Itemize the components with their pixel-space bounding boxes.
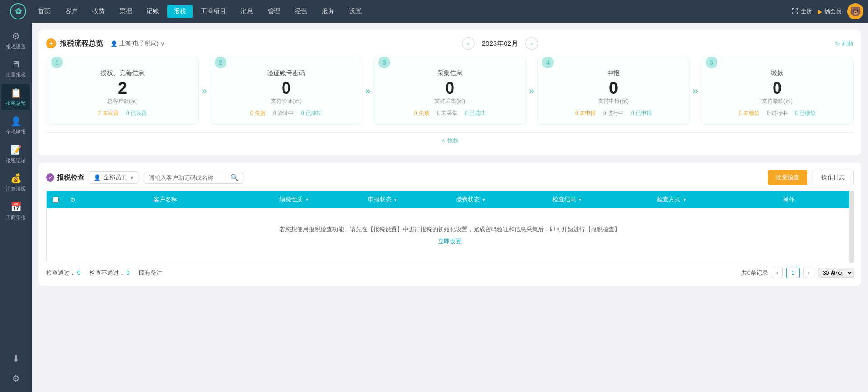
search-box: 🔍 [144, 172, 243, 184]
stat-ok-4[interactable]: 0 已申报 [631, 110, 652, 117]
staff-icon: 👤 [94, 174, 101, 181]
sidebar-item-batch-tax[interactable]: 🖥 批量报税 [1, 56, 30, 82]
th-check-result[interactable]: 检查结果 ▼ [515, 191, 620, 208]
step-stats-1: 2 未完善 0 已完善 [98, 110, 147, 117]
sidebar-label-personal-tax: 个税申报 [6, 129, 26, 135]
sidebar-item-tax-settings[interactable]: ⚙ 报税设置 [1, 27, 30, 54]
search-input[interactable] [144, 172, 226, 183]
user-avatar[interactable]: 🐻 [847, 3, 863, 19]
prev-page-button[interactable]: ‹ [772, 268, 783, 278]
th-checkbox [47, 191, 65, 208]
next-page-button[interactable]: › [803, 268, 814, 278]
footer-stats: 检查通过： 0 检查不通过： 0 囧有备注 [46, 269, 162, 277]
pass-link[interactable]: 0 [77, 269, 80, 276]
staff-dropdown-icon: ∨ [130, 174, 134, 181]
stat-fail-2[interactable]: 0 失败 [250, 110, 266, 117]
stat-mid-5: 0 进行中 [767, 110, 788, 117]
refresh-icon: ↻ [835, 40, 840, 47]
nav-bookkeeping[interactable]: 记账 [140, 5, 165, 18]
sidebar-settings[interactable]: ⚙ [1, 369, 30, 387]
svg-rect-3 [797, 8, 798, 10]
stat-ok-5[interactable]: 0 已缴款 [795, 110, 816, 117]
member-button[interactable]: ▶ 畅会员 [818, 7, 842, 15]
location-selector[interactable]: 👤 上海(电子税局) ∨ [110, 39, 165, 48]
sidebar-item-personal-tax[interactable]: 👤 个税申报 [1, 112, 30, 139]
stat-ok-2[interactable]: 0 已成功 [301, 110, 322, 117]
search-button[interactable]: 🔍 [226, 174, 243, 181]
refresh-button[interactable]: ↻ 刷新 [835, 39, 854, 48]
sidebar-item-settlement[interactable]: 💰 汇算清缴 [1, 169, 30, 196]
svg-rect-5 [792, 12, 793, 14]
plus-icon: + [46, 38, 56, 48]
pass-count: 检查通过： 0 [46, 269, 80, 277]
stat-mid-4: 0 进行中 [603, 110, 624, 117]
sidebar-download[interactable]: ⬇ [1, 349, 30, 368]
app-logo: ✿ [5, 3, 32, 19]
stat-fail-5[interactable]: 0 未缴款 [739, 110, 760, 117]
member-label: 畅会员 [824, 7, 842, 15]
step-number-4: 4 [542, 57, 554, 68]
th-gear[interactable]: ⚙ [65, 191, 81, 208]
step-count-2: 0 [282, 80, 291, 96]
download-icon: ⬇ [12, 353, 20, 364]
svg-rect-1 [792, 8, 793, 10]
per-page-select[interactable]: 30 条/页 [818, 268, 854, 278]
flow-step-2: 2 验证账号密码 0 支持验证(家) 0 失败 0 验证中 0 已成功 [210, 57, 363, 125]
sidebar-item-tax-overview[interactable]: 📋 报税总览 [1, 84, 30, 110]
prev-month-button[interactable]: ‹ [462, 37, 475, 50]
nav-invoice[interactable]: 票据 [113, 5, 138, 18]
current-page: 1 [786, 268, 800, 278]
staff-selector[interactable]: 👤 全部员工 ∨ [90, 171, 138, 184]
batch-check-button[interactable]: 批量检查 [768, 170, 807, 185]
step-number-2: 2 [215, 57, 226, 68]
annual-report-icon: 📅 [10, 201, 22, 212]
stat-fail-4[interactable]: 0 未申报 [575, 110, 596, 117]
th-check-method[interactable]: 检查方式 ▼ [620, 191, 724, 208]
sidebar-item-tax-records[interactable]: 📝 报税记录 [1, 141, 30, 167]
sidebar-label-tax-overview: 报税总览 [6, 100, 26, 107]
nav-customer[interactable]: 客户 [59, 5, 84, 18]
step-number-3: 3 [378, 57, 390, 68]
sidebar-item-annual-report[interactable]: 📅 工商年报 [1, 198, 30, 225]
step-stats-3: 0 失败 0 未采集 0 已成功 [414, 110, 486, 117]
nav-service[interactable]: 服务 [316, 5, 341, 18]
nav-fee[interactable]: 收费 [86, 5, 111, 18]
collapse-button[interactable]: ∧ 收起 [46, 133, 854, 148]
step-sub-4: 支持申报(家) [598, 97, 629, 105]
select-all-checkbox[interactable] [53, 197, 59, 203]
next-month-button[interactable]: › [525, 37, 538, 50]
operation-log-button[interactable]: 操作日志 [813, 170, 854, 185]
nav-settings[interactable]: 设置 [343, 5, 368, 18]
step-title-5: 缴款 [771, 69, 783, 77]
remark-label: 囧有备注 [139, 269, 162, 277]
setup-link[interactable]: 立即设置 [438, 235, 462, 247]
fullscreen-button[interactable]: 全屏 [792, 7, 812, 15]
flow-step-3: 3 采集信息 0 支持采集(家) 0 失败 0 未采集 0 已成功 [373, 57, 526, 125]
nav-management[interactable]: 管理 [261, 5, 287, 18]
nav-tax[interactable]: 报税 [167, 5, 193, 18]
table-empty-body: 若您想使用报税检查功能，请先在【报税设置】中进行报税的初始化设置，完成密码验证和… [47, 208, 853, 263]
step-sub-5: 支持缴款(家) [762, 97, 793, 105]
fail-link[interactable]: 0 [126, 269, 129, 276]
stat-ok-1[interactable]: 0 已完善 [126, 110, 147, 117]
sidebar-label-tax-settings: 报税设置 [6, 43, 26, 50]
flow-step-5: 5 缴款 0 支持缴款(家) 0 未缴款 0 进行中 0 已缴款 [701, 57, 854, 125]
nav-message[interactable]: 消息 [234, 5, 259, 18]
sidebar-label-batch-tax: 批量报税 [6, 72, 26, 78]
step-stats-4: 0 未申报 0 进行中 0 已申报 [575, 110, 652, 117]
stat-ok-3[interactable]: 0 已成功 [465, 110, 486, 117]
flow-title: + 报税流程总览 [46, 38, 103, 48]
scrollbar[interactable] [849, 191, 853, 263]
nav-home[interactable]: 首页 [32, 5, 57, 18]
nav-operation[interactable]: 经营 [288, 5, 314, 18]
filter-icon-pay: ▼ [481, 197, 486, 202]
step-number-5: 5 [706, 57, 717, 68]
month-navigation: ‹ 2023年02月 › [462, 37, 538, 50]
th-tax-type[interactable]: 纳税性质 ▼ [250, 191, 339, 208]
sidebar-bottom: ⬇ ⚙ [1, 349, 30, 392]
stat-fail-3[interactable]: 0 失败 [414, 110, 429, 117]
th-pay-status[interactable]: 缴费状态 ▼ [427, 191, 515, 208]
nav-business[interactable]: 工商项目 [194, 5, 232, 18]
th-declare-status[interactable]: 申报状态 ▼ [339, 191, 427, 208]
stat-fail-1[interactable]: 2 未完善 [98, 110, 119, 117]
